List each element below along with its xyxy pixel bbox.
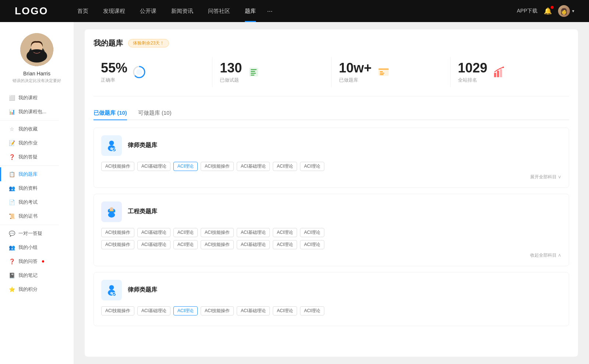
main-layout: Brian Harris 错误的决定比没有决定要好 ⬜ 我的课程 📊 我的课程包…	[0, 22, 589, 364]
tag-2-9[interactable]: ACI理论	[173, 240, 198, 249]
accuracy-label: 正确率	[101, 77, 127, 83]
nav-menu: 首页 发现课程 公开课 新闻资讯 问答社区 题库 ···	[70, 0, 517, 22]
sidebar-item-profile[interactable]: 👥 我的资料	[0, 181, 74, 195]
svg-rect-8	[251, 69, 257, 70]
tag-1-2[interactable]: ACI理论	[173, 162, 198, 171]
sidebar-item-certificates[interactable]: 📜 我的证书	[0, 209, 74, 223]
accuracy-value: 55%	[101, 61, 127, 75]
sidebar-item-favorites[interactable]: ☆ 我的收藏	[0, 122, 74, 136]
svg-rect-11	[251, 75, 254, 76]
sidebar-item-points[interactable]: ⭐ 我的积分	[0, 282, 74, 296]
stat-accuracy: 55% 正确率	[94, 57, 212, 87]
sidebar-item-questions[interactable]: ❓ 我的问答	[0, 254, 74, 268]
tag-1-3[interactable]: ACI技能操作	[201, 162, 234, 171]
sidebar-item-homework[interactable]: 📝 我的作业	[0, 136, 74, 150]
tag-3-3[interactable]: ACI技能操作	[201, 306, 234, 315]
bank-card-1: 律师类题库 ACI技能操作 ACI基础理论 ACI理论 ACI技能操作 ACI基…	[94, 128, 569, 188]
sidebar-item-my-qa[interactable]: ❓ 我的答疑	[0, 150, 74, 164]
divider-2	[0, 165, 59, 166]
tag-1-4[interactable]: ACI基础理论	[237, 162, 270, 171]
bank-2-tags-row1: ACI技能操作 ACI基础理论 ACI理论 ACI技能操作 ACI基础理论 AC…	[101, 228, 561, 237]
tab-done[interactable]: 已做题库 (10)	[94, 107, 127, 119]
sidebar-item-course-packages[interactable]: 📊 我的课程包...	[0, 105, 74, 119]
tag-2-11[interactable]: ACI基础理论	[237, 240, 270, 249]
ranking-value: 1029	[458, 61, 487, 75]
tag-2-0[interactable]: ACI技能操作	[101, 228, 134, 237]
homework-icon: 📝	[9, 140, 15, 146]
banks-done-label: 已做题库	[339, 77, 372, 83]
svg-point-33	[109, 285, 114, 290]
stats-row: 55% 正确率 130 已做试题	[94, 57, 569, 96]
svg-rect-16	[380, 74, 384, 75]
user-avatar-menu[interactable]: 👩 ▾	[558, 5, 574, 17]
tag-3-1[interactable]: ACI基础理论	[137, 306, 170, 315]
sidebar-item-notes[interactable]: 📓 我的笔记	[0, 268, 74, 282]
svg-rect-15	[380, 73, 384, 74]
points-icon: ⭐	[9, 286, 15, 292]
nav-home[interactable]: 首页	[70, 0, 96, 22]
tag-2-8[interactable]: ACI基础理论	[137, 240, 170, 249]
chevron-down-icon: ▾	[572, 8, 574, 14]
tag-2-2[interactable]: ACI理论	[173, 228, 198, 237]
exams-icon: 📄	[9, 199, 15, 205]
tag-2-3[interactable]: ACI技能操作	[201, 228, 234, 237]
logo[interactable]: LOGO	[15, 5, 48, 17]
avatar: 👩	[558, 5, 570, 17]
tag-2-1[interactable]: ACI基础理论	[137, 228, 170, 237]
nav-more[interactable]: ···	[263, 7, 276, 15]
collapse-bank-2[interactable]: 收起全部科目 ∧	[101, 252, 561, 258]
tag-1-5[interactable]: ACI理论	[273, 162, 297, 171]
tag-2-5[interactable]: ACI理论	[273, 228, 297, 237]
app-download-link[interactable]: APP下载	[517, 8, 537, 14]
sidebar-username: Brian Harris	[23, 71, 50, 76]
sidebar-item-quiz-bank[interactable]: 📋 我的题库	[0, 167, 74, 181]
questions-done-label: 已做试题	[220, 77, 242, 83]
nav-courses[interactable]: 发现课程	[96, 0, 133, 22]
tag-1-0[interactable]: ACI技能操作	[101, 162, 134, 171]
page-header: 我的题库 体验剩余23天！	[94, 38, 569, 48]
tag-3-5[interactable]: ACI理论	[273, 306, 297, 315]
tag-1-1[interactable]: ACI基础理论	[137, 162, 170, 171]
svg-point-31	[108, 212, 115, 217]
favorites-icon: ☆	[9, 126, 15, 132]
lawyer-bank-icon-1	[101, 135, 122, 156]
svg-rect-9	[251, 71, 255, 72]
expand-bank-1[interactable]: 展开全部科目 ∨	[101, 174, 561, 180]
tag-3-2[interactable]: ACI理论	[173, 306, 198, 315]
sidebar-item-one-on-one[interactable]: 💬 一对一答疑	[0, 226, 74, 240]
tag-3-6[interactable]: ACI理论	[300, 306, 324, 315]
trial-badge: 体验剩余23天！	[128, 39, 169, 47]
svg-rect-19	[500, 69, 502, 77]
divider-3	[0, 225, 59, 225]
lawyer-bank-icon-3	[101, 280, 122, 300]
tag-3-0[interactable]: ACI技能操作	[101, 306, 134, 315]
nav-qa[interactable]: 问答社区	[201, 0, 237, 22]
tag-2-4[interactable]: ACI基础理论	[237, 228, 270, 237]
groups-icon: 👥	[9, 245, 15, 250]
page-title: 我的题库	[94, 38, 123, 48]
divider-1	[0, 120, 59, 121]
tag-2-7[interactable]: ACI技能操作	[101, 240, 134, 249]
sidebar-item-my-courses[interactable]: ⬜ 我的课程	[0, 91, 74, 105]
tag-1-6[interactable]: ACI理论	[300, 162, 324, 171]
notification-bell[interactable]	[543, 7, 552, 15]
sidebar: Brian Harris 错误的决定比没有决定要好 ⬜ 我的课程 📊 我的课程包…	[0, 22, 74, 364]
tag-2-10[interactable]: ACI技能操作	[201, 240, 234, 249]
questions-notification-dot	[42, 260, 44, 263]
nav-news[interactable]: 新闻资讯	[164, 0, 201, 22]
bank-card-2-header: 工程类题库	[101, 201, 561, 222]
tag-2-6[interactable]: ACI理论	[300, 228, 324, 237]
nav-open-course[interactable]: 公开课	[133, 0, 164, 22]
tag-2-12[interactable]: ACI理论	[273, 240, 297, 249]
svg-rect-18	[497, 71, 499, 77]
bank-title-2: 工程类题库	[128, 208, 157, 215]
tag-2-13[interactable]: ACI理论	[300, 240, 324, 249]
questions-icon: ❓	[9, 258, 15, 264]
stat-banks-done: 10w+ 已做题库	[332, 57, 451, 87]
svg-point-3	[27, 49, 47, 63]
nav-quiz[interactable]: 题库	[237, 0, 263, 22]
tag-3-4[interactable]: ACI基础理论	[237, 306, 270, 315]
sidebar-item-exams[interactable]: 📄 我的考试	[0, 195, 74, 209]
tab-available[interactable]: 可做题库 (10)	[138, 107, 172, 119]
sidebar-item-groups[interactable]: 👥 我的小组	[0, 240, 74, 254]
